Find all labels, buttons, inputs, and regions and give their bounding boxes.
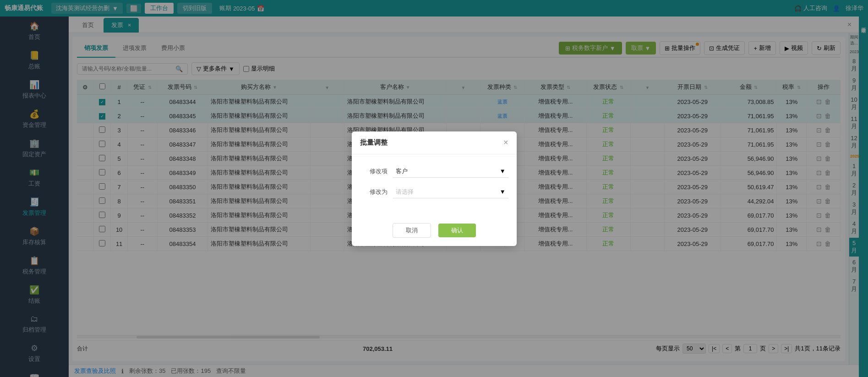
form-row-value: 修改为 请选择 ▼	[360, 186, 508, 198]
confirm-btn[interactable]: 确认	[438, 224, 476, 237]
modal-title: 批量调整	[360, 138, 503, 147]
field-select[interactable]: 客户 ▼	[393, 165, 508, 178]
modal-overlay[interactable]: 批量调整 × 修改项 客户 ▼ 修改为 请选择 ▼ 取消 确认	[0, 0, 868, 377]
field-label: 修改项	[360, 167, 388, 175]
modal-close-btn[interactable]: ×	[503, 138, 508, 148]
modal-header: 批量调整 ×	[352, 131, 517, 154]
value-select[interactable]: 请选择 ▼	[393, 186, 508, 198]
field-select-arrow: ▼	[500, 168, 506, 175]
modal-footer: 取消 确认	[352, 218, 517, 246]
value-select-placeholder: 请选择	[396, 188, 414, 196]
value-select-arrow: ▼	[500, 188, 506, 195]
batch-adjust-modal: 批量调整 × 修改项 客户 ▼ 修改为 请选择 ▼ 取消 确认	[352, 131, 517, 246]
cancel-btn[interactable]: 取消	[393, 223, 431, 238]
modal-body: 修改项 客户 ▼ 修改为 请选择 ▼	[352, 154, 517, 218]
field-select-value: 客户	[396, 167, 408, 175]
value-label: 修改为	[360, 188, 388, 196]
form-row-field: 修改项 客户 ▼	[360, 165, 508, 178]
